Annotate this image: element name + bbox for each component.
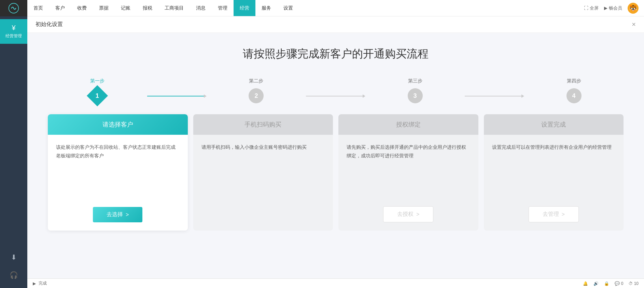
status-text: 完成: [39, 280, 47, 286]
arrow-2: [363, 94, 365, 98]
nav-right: ⛶ 全屏 ▶ 畅会员 🐯: [584, 3, 644, 14]
step-3-circle: 3: [408, 88, 423, 103]
go-manage-arrow: >: [562, 211, 565, 218]
sidebar-download[interactable]: ⬇: [0, 250, 27, 265]
arrow-3: [521, 94, 524, 98]
status-bar-right: 🔔 🔊 🔒 💬 0 ⏱ 10: [583, 281, 639, 286]
connector-line-3: [465, 96, 521, 96]
card-1: 请选择客户 该处展示的客户为不在回收站、客户状态正常建账后完成老板端绑定的所有客…: [48, 114, 188, 231]
nav-client[interactable]: 客户: [49, 0, 71, 16]
sidebar-item-label: 经营管理: [5, 33, 22, 39]
card-3: 授权绑定 请先购买，购买后选择开通的产品中的企业用户进行授权绑定，成功后即可进行…: [338, 114, 478, 231]
nav-fee[interactable]: 收费: [71, 0, 93, 16]
nav-message[interactable]: 消息: [190, 0, 212, 16]
connector-line-2: [306, 96, 363, 96]
nav-account[interactable]: 记账: [115, 0, 137, 16]
sidebar: ¥ 经营管理 ⬇ 🎧: [0, 16, 27, 288]
timer: ⏱ 10: [629, 281, 639, 286]
sidebar-item-operation[interactable]: ¥ 经营管理: [0, 19, 27, 44]
card-3-footer: 去授权 >: [338, 201, 478, 222]
step-1-label: 第一步: [90, 78, 104, 84]
top-nav: 首页 客户 收费 票据 记账 报税 工商项目 消息 管理 经营 服务 设置 ⛶ …: [0, 0, 644, 16]
go-select-label: 去选择: [107, 211, 123, 218]
step-col-1: 第一步 1: [48, 78, 147, 106]
connector-line-1: [147, 96, 204, 96]
operation-icon: ¥: [12, 24, 15, 32]
connector-3-4: [465, 96, 524, 96]
nav-manage[interactable]: 管理: [212, 0, 234, 16]
step-1-circle: 1: [87, 85, 108, 106]
status-bar-left: ▶ 完成: [33, 280, 47, 286]
page-title: 初始化设置: [36, 21, 63, 28]
go-select-arrow: >: [126, 212, 129, 218]
fullscreen-btn[interactable]: ⛶ 全屏: [584, 5, 599, 11]
page-header: 初始化设置 ×: [27, 16, 644, 33]
step-4-label: 第四步: [567, 78, 581, 84]
go-authorize-arrow: >: [416, 211, 419, 218]
go-manage-label: 去管理: [543, 211, 559, 218]
connector-1-2: [147, 96, 207, 96]
step-4-circle: 4: [566, 88, 582, 103]
card-1-footer: 去选择 >: [48, 201, 188, 222]
card-3-body: 请先购买，购买后选择开通的产品中的企业用户进行授权绑定，成功后即可进行经营管理: [338, 135, 478, 201]
sidebar-support[interactable]: 🎧: [0, 267, 27, 283]
step-3-label: 第三步: [408, 78, 422, 84]
card-2-body: 请用手机扫码，输入小微企业主账号密码进行购买: [193, 135, 333, 222]
cards-row: 请选择客户 该处展示的客户为不在回收站、客户状态正常建账后完成老板端绑定的所有客…: [48, 114, 624, 231]
volume-icon: 🔊: [593, 281, 599, 286]
message-count: 💬 0: [615, 281, 623, 286]
step-col-2: 第二步 2: [207, 78, 306, 103]
card-4: 设置完成 设置完成后可以在管理列表进行所有企业用户的经营管理 去管理 >: [484, 114, 624, 231]
card-3-header: 授权绑定: [338, 114, 478, 135]
step-2-label: 第二步: [249, 78, 263, 84]
avatar[interactable]: 🐯: [628, 3, 639, 14]
go-select-button[interactable]: 去选择 >: [93, 207, 142, 222]
go-authorize-label: 去授权: [397, 211, 414, 218]
notification-icon: 🔔: [583, 281, 588, 286]
logo: [0, 0, 27, 16]
nav-settings[interactable]: 设置: [277, 0, 299, 16]
nav-items: 首页 客户 收费 票据 记账 报税 工商项目 消息 管理 经营 服务 设置: [27, 0, 584, 16]
nav-operation[interactable]: 经营: [234, 0, 255, 16]
go-authorize-button[interactable]: 去授权 >: [383, 206, 433, 222]
status-bar: ▶ 完成 🔔 🔊 🔒 💬 0 ⏱ 10: [27, 278, 644, 288]
nav-service[interactable]: 服务: [255, 0, 277, 16]
card-4-footer: 去管理 >: [484, 201, 624, 222]
card-2: 手机扫码购买 请用手机扫码，输入小微企业主账号密码进行购买: [193, 114, 333, 231]
nav-home[interactable]: 首页: [27, 0, 49, 16]
main-title: 请按照步骤完成新客户的开通购买流程: [48, 47, 624, 62]
nav-tax[interactable]: 报税: [137, 0, 158, 16]
nav-invoice[interactable]: 票据: [93, 0, 115, 16]
card-1-header: 请选择客户: [48, 114, 188, 135]
vip-btn[interactable]: ▶ 畅会员: [604, 5, 622, 11]
card-2-header: 手机扫码购买: [193, 114, 333, 135]
page-body: 请按照步骤完成新客户的开通购买流程 第一步 1 第二: [27, 33, 644, 278]
play-icon: ▶: [33, 281, 36, 286]
connector-2-3: [306, 96, 365, 96]
step-col-4: 第四步 4: [524, 78, 624, 103]
steps-row: 第一步 1 第二步 2: [48, 78, 624, 106]
close-button[interactable]: ×: [632, 21, 636, 28]
card-4-header: 设置完成: [484, 114, 624, 135]
sidebar-bottom: ⬇ 🎧: [0, 250, 27, 288]
card-4-body: 设置完成后可以在管理列表进行所有企业用户的经营管理: [484, 135, 624, 201]
card-1-body: 该处展示的客户为不在回收站、客户状态正常建账后完成老板端绑定的所有客户: [48, 135, 188, 201]
layout: ¥ 经营管理 ⬇ 🎧 初始化设置 × 请按照步骤完成新客户的开通购买流程 第一步…: [0, 16, 644, 288]
main-content: 初始化设置 × 请按照步骤完成新客户的开通购买流程 第一步 1: [27, 16, 644, 288]
arrow-1: [204, 94, 207, 98]
go-manage-button[interactable]: 去管理 >: [529, 206, 579, 222]
lock-icon: 🔒: [604, 281, 609, 286]
nav-biz[interactable]: 工商项目: [158, 0, 190, 16]
step-2-circle: 2: [249, 88, 264, 103]
step-col-3: 第三步 3: [365, 78, 465, 103]
